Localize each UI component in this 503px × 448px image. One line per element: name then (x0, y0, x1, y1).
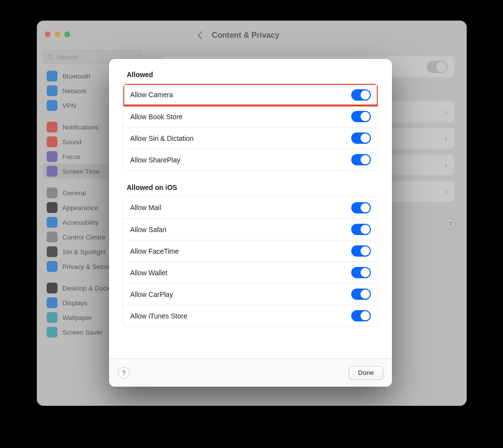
toggle-row-allow-siri-dictation: Allow Siri & Dictation (123, 127, 378, 149)
toggle-row-label: Allow FaceTime (130, 247, 179, 255)
toggle-row-allow-facetime: Allow FaceTime (123, 240, 378, 262)
allowed-apps-sheet: Allowed Allow CameraAllow Book StoreAllo… (109, 59, 392, 387)
allowed-list: Allow CameraAllow Book StoreAllow Siri &… (123, 83, 378, 171)
toggle-switch-allow-mail[interactable] (351, 202, 371, 213)
toggle-switch-allow-camera[interactable] (351, 89, 371, 101)
toggle-row-label: Allow Siri & Dictation (130, 134, 194, 142)
toggle-row-allow-itunes-store: Allow iTunes Store (123, 305, 378, 326)
toggle-row-allow-camera: Allow Camera (123, 84, 378, 105)
toggle-switch-allow-facetime[interactable] (351, 245, 371, 257)
toggle-row-label: Allow CarPlay (130, 290, 173, 298)
toggle-switch-allow-itunes-store[interactable] (351, 310, 371, 321)
toggle-row-label: Allow iTunes Store (130, 312, 187, 320)
toggle-row-label: Allow Book Store (130, 113, 183, 121)
toggle-row-allow-carplay: Allow CarPlay (123, 283, 378, 305)
toggle-row-label: Allow Safari (130, 226, 167, 234)
toggle-row-allow-mail: Allow Mail (123, 197, 378, 218)
settings-window: Content & Privacy Search BluetoothNetwor… (37, 21, 467, 406)
toggle-row-allow-shareplay: Allow SharePlay (123, 149, 378, 170)
toggle-row-label: Allow SharePlay (130, 156, 180, 164)
toggle-switch-allow-carplay[interactable] (351, 289, 371, 300)
sheet-footer: ? Done (109, 358, 392, 387)
toggle-switch-allow-book-store[interactable] (351, 111, 371, 122)
toggle-switch-allow-safari[interactable] (351, 224, 371, 235)
toggle-switch-allow-shareplay[interactable] (351, 154, 371, 165)
toggle-row-allow-safari: Allow Safari (123, 218, 378, 240)
toggle-row-label: Allow Mail (130, 204, 161, 211)
done-button[interactable]: Done (349, 366, 383, 380)
toggle-switch-allow-siri-dictation[interactable] (351, 132, 371, 144)
toggle-row-label: Allow Wallet (130, 269, 168, 277)
section-title-allowed: Allowed (127, 71, 378, 79)
toggle-row-label: Allow Camera (130, 91, 173, 99)
allowed-ios-list: Allow MailAllow SafariAllow FaceTimeAllo… (123, 196, 378, 327)
section-title-allowed-ios: Allowed on iOS (127, 184, 378, 191)
sheet-body: Allowed Allow CameraAllow Book StoreAllo… (109, 59, 392, 358)
sheet-help-button[interactable]: ? (118, 367, 130, 379)
toggle-switch-allow-wallet[interactable] (351, 267, 371, 278)
toggle-row-allow-book-store: Allow Book Store (123, 105, 378, 127)
toggle-row-allow-wallet: Allow Wallet (123, 262, 378, 283)
